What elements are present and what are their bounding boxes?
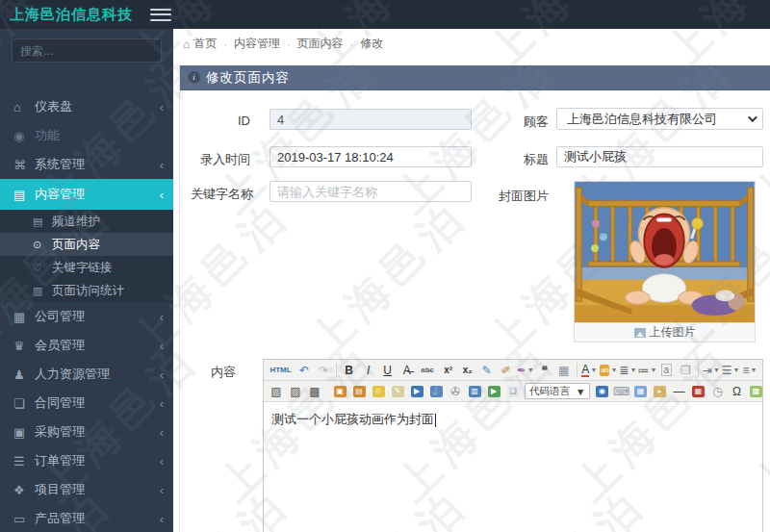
content-label: 内容 xyxy=(173,364,236,381)
editor-italic-button[interactable]: I xyxy=(360,362,377,379)
editor-special-char-button[interactable]: Ω xyxy=(728,383,745,400)
hyperlink-icon: ⚓ xyxy=(430,386,443,397)
title-field[interactable] xyxy=(556,146,763,167)
editor-unordered-list-button[interactable]: ≔▼ xyxy=(638,362,655,379)
sidebar-item-system-management[interactable]: ⌘系统管理‹ xyxy=(0,150,173,179)
sidebar-item-functions[interactable]: ◉功能 xyxy=(0,121,173,150)
editor-source-code-button[interactable]: HTML xyxy=(268,362,294,379)
editor-strikethrough-button[interactable]: A̶ xyxy=(398,362,416,379)
sidebar-item-company-management[interactable]: ▦公司管理‹ xyxy=(0,302,173,331)
chevron-left-icon: ‹ xyxy=(160,425,164,440)
submenu-item-page-visit-stats[interactable]: ▥页面访问统计 xyxy=(0,279,173,302)
sidebar-item-contract-management[interactable]: ❏合同管理‹ xyxy=(0,389,173,418)
editor-file-button[interactable]: ❏ xyxy=(504,383,522,400)
editor-insert-table-button[interactable]: ▦ xyxy=(631,383,649,400)
draw-icon: ✎ xyxy=(392,386,404,397)
editor-remove-format-button[interactable]: ab̶c xyxy=(418,362,438,379)
editor-eraser-button[interactable]: ✒▼ xyxy=(517,362,534,379)
editor-redo-button[interactable]: ↷ xyxy=(315,362,332,379)
editor-clock-button[interactable]: ◷ xyxy=(708,383,726,400)
submenu-item-keyword-links[interactable]: ♡关键字链接 xyxy=(0,256,173,279)
editor-format-brush-button[interactable]: ✐ xyxy=(498,362,515,379)
sidebar-item-content-management[interactable]: ▤内容管理‹ xyxy=(0,179,173,210)
chevron-left-icon: ‹ xyxy=(160,339,164,353)
editor-indent-button[interactable]: ⇥▼ xyxy=(703,362,720,379)
editor-paste-style-button[interactable]: ❐ xyxy=(677,362,694,379)
format-brush-icon: ✐ xyxy=(501,364,511,377)
chevron-down-icon: ▼ xyxy=(576,386,585,397)
editor-draw-button[interactable]: ✎ xyxy=(389,383,406,400)
editor-horizontal-rule-button[interactable]: — xyxy=(670,383,687,400)
sidebar-item-product-management[interactable]: ▭产品管理‹ xyxy=(0,504,173,532)
editor-lowercase-button[interactable]: a xyxy=(657,362,675,379)
chevron-down-icon: ▼ xyxy=(751,367,757,373)
submenu-item-page-content[interactable]: ⊙页面内容 xyxy=(0,233,173,256)
upload-image-button[interactable]: 上传图片 xyxy=(574,323,756,342)
sidebar-item-order-management[interactable]: ☰订单管理‹ xyxy=(0,446,173,475)
editor-preformatted-button[interactable]: ⌨ xyxy=(612,383,629,400)
editor-blockquote-button[interactable]: ❝ xyxy=(536,362,553,379)
order-management-icon: ☰ xyxy=(13,454,35,469)
editor-bold-button[interactable]: B xyxy=(341,362,358,379)
chevron-down-icon: ▼ xyxy=(650,367,656,373)
editor-chart-button[interactable]: ▥ xyxy=(466,383,483,400)
editor-media-button[interactable]: ▶ xyxy=(485,383,502,400)
editor-emoticon-button[interactable]: ☺ xyxy=(370,383,387,400)
editor-flash-button[interactable]: ▶ xyxy=(408,383,425,400)
editor-subscript-button[interactable]: x₂ xyxy=(459,362,476,379)
source-code-icon: HTML xyxy=(270,366,291,374)
editor-attachment-button[interactable]: ✇ xyxy=(447,383,464,400)
editor-line-height-button[interactable]: ≡▼ xyxy=(741,362,758,379)
toolbar-separator xyxy=(577,363,578,377)
editor-body[interactable]: 测试一个小屁孩动画作为封面 xyxy=(264,402,762,532)
submenu-item-channel-maintenance[interactable]: ▤频道维护 xyxy=(0,210,173,233)
brand-logo: 上海邑泊信息科技 xyxy=(0,6,133,24)
sidebar-item-purchase-management[interactable]: ▣采购管理‹ xyxy=(0,418,173,446)
chevron-left-icon: ‹ xyxy=(160,512,164,526)
paste-style-icon: ❐ xyxy=(680,364,691,377)
editor-map-button[interactable]: ▩ xyxy=(747,383,762,400)
customer-select[interactable]: 上海邑泊信息科技有限公司 xyxy=(556,108,763,130)
editor-image-button[interactable]: ▣ xyxy=(331,383,348,400)
blockquote-icon: ❝ xyxy=(541,364,547,377)
editor-pencil-button[interactable]: ✎ xyxy=(478,362,496,379)
editor-code-language-select[interactable]: 代码语言▼ xyxy=(525,383,590,399)
media-icon: ▶ xyxy=(488,386,500,397)
hamburger-menu-icon[interactable] xyxy=(150,9,171,21)
rich-text-editor: HTML↶↷BIUA̶ab̶cx²x₂✎✐✒▼❝▦A▼ab▼≣▼≔▼a❐⇥▼☰▼… xyxy=(263,359,763,532)
sidebar-item-dashboard[interactable]: ⌂仪表盘‹ xyxy=(0,92,173,121)
sidebar-item-member-management[interactable]: ♛会员管理‹ xyxy=(0,331,173,360)
keyword-field[interactable] xyxy=(270,181,472,202)
editor-copy-button[interactable]: ▨ xyxy=(287,383,304,400)
breadcrumb-item-1[interactable]: 内容管理 xyxy=(234,36,280,52)
submenu-content-management: ▤频道维护⊙页面内容♡关键字链接▥页面访问统计 xyxy=(0,210,173,302)
breadcrumb-item-0[interactable]: 首页 xyxy=(193,36,217,52)
editor-align-button[interactable]: ☰▼ xyxy=(722,362,739,379)
editor-undo-button[interactable]: ↶ xyxy=(295,362,313,379)
editor-folder-button[interactable]: ▸ xyxy=(651,383,668,400)
editor-paste-plain-button[interactable]: ▩ xyxy=(306,383,323,400)
editor-highlight-color-button[interactable]: ab▼ xyxy=(600,362,617,379)
id-field[interactable] xyxy=(270,109,472,130)
cover-image xyxy=(574,181,756,323)
breadcrumb-item-3[interactable]: 修改 xyxy=(360,36,383,52)
editor-hyperlink-button[interactable]: ⚓ xyxy=(427,383,445,400)
editor-underline-button[interactable]: U xyxy=(379,362,397,379)
sidebar-item-hr-management[interactable]: ♟人力资源管理‹ xyxy=(0,360,173,389)
editor-cut-button[interactable]: ▧ xyxy=(268,383,285,400)
breadcrumb-item-2[interactable]: 页面内容 xyxy=(297,36,344,52)
preformatted-icon: ⌨ xyxy=(613,385,629,398)
entry-time-field[interactable] xyxy=(270,146,472,167)
sidebar-item-project-management[interactable]: ❖项目管理‹ xyxy=(0,475,173,504)
unordered-list-icon: ≔ xyxy=(637,364,649,377)
editor-quote-box-button[interactable]: ▦ xyxy=(555,362,573,379)
editor-superscript-button[interactable]: x² xyxy=(440,362,457,379)
editor-insert-code-button[interactable]: ◉ xyxy=(593,383,610,400)
editor-ordered-list-button[interactable]: ≣▼ xyxy=(619,362,636,379)
editor-image-upload-button[interactable]: ▤ xyxy=(350,383,368,400)
search-input[interactable] xyxy=(13,44,173,58)
sidebar: ⌂仪表盘‹◉功能⌘系统管理‹▤内容管理‹▤频道维护⊙页面内容♡关键字链接▥页面访… xyxy=(0,29,173,532)
editor-font-color-button[interactable]: A▼ xyxy=(580,362,598,379)
editor-calendar-button[interactable]: ▦ xyxy=(689,383,706,400)
strikethrough-icon: A̶ xyxy=(403,364,411,377)
